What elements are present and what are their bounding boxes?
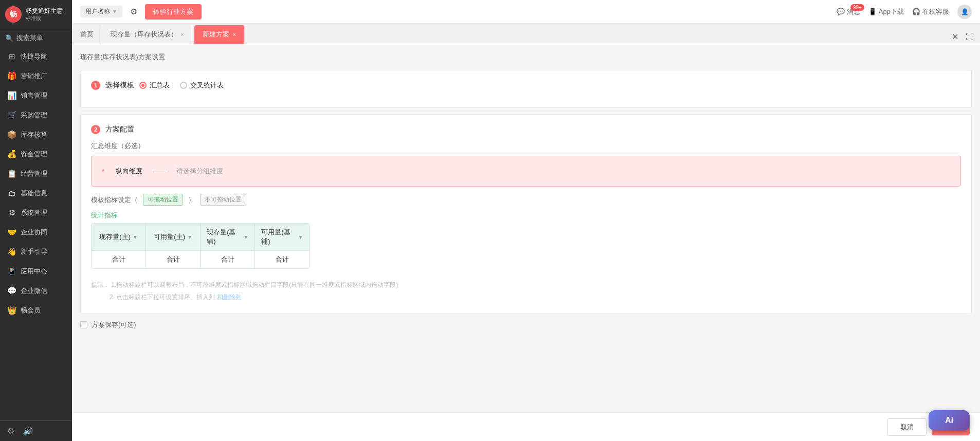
cancel-button[interactable]: 取消 <box>887 418 927 436</box>
stats-col3-header[interactable]: 现存量(基辅) ▼ <box>201 224 255 250</box>
sidebar-item-basic-label: 基础信息 <box>21 189 47 198</box>
trial-btn[interactable]: 体验行业方案 <box>145 4 202 20</box>
service-icon: 🎧 <box>912 8 920 15</box>
system-icon: ⚙ <box>7 208 16 217</box>
radio-cross-label: 交叉统计表 <box>190 81 224 90</box>
section1-num: 1 <box>91 81 100 90</box>
tab-expand-icon[interactable]: ⛶ <box>964 30 976 44</box>
sidebar-item-quick-nav[interactable]: ⊞ 快捷导航 <box>0 47 72 66</box>
user-dropdown-icon: ▼ <box>112 9 117 14</box>
sidebar-item-app-center-label: 应用中心 <box>21 267 47 276</box>
radio-summary[interactable]: 汇总表 <box>139 81 170 90</box>
stats-col4-body: 合计 <box>255 251 309 268</box>
sidebar-logo: 畅 畅捷通好生意 标准版 <box>0 0 72 29</box>
topbar-online-service[interactable]: 🎧 在线客服 <box>912 7 949 16</box>
stats-body-row: 合计 合计 合计 合计 <box>92 250 309 268</box>
stats-col4-header[interactable]: 可用量(基辅) ▼ <box>255 224 309 250</box>
member-icon: 👑 <box>7 306 16 315</box>
settings-icon[interactable]: ⚙ <box>7 426 14 436</box>
radio-cross[interactable]: 交叉统计表 <box>180 81 224 90</box>
topbar-gear-button[interactable]: ⚙ <box>126 5 141 19</box>
section1-header: 1 选择模板 汇总表 交叉统计表 <box>91 81 961 90</box>
tab-inventory-status-close[interactable]: × <box>180 31 184 38</box>
sidebar-item-marketing[interactable]: 🎁 营销推广 <box>0 66 72 86</box>
topbar-app-download[interactable]: 📱 App下载 <box>868 7 904 16</box>
stats-col4-label: 可用量(基辅) <box>261 228 296 246</box>
section2-num: 2 <box>91 125 100 134</box>
tab-home[interactable]: 首页 <box>72 25 102 44</box>
finance-icon: 💰 <box>7 150 16 159</box>
sidebar-item-member-label: 畅会员 <box>21 306 41 315</box>
sidebar-item-business[interactable]: 📋 经营管理 <box>0 164 72 183</box>
sidebar-search[interactable]: 🔍 搜索菜单 <box>0 29 72 47</box>
tab-inventory-status-label: 现存量（库存状况表） <box>111 30 177 39</box>
sidebar-item-sales-label: 销售管理 <box>21 91 47 100</box>
tips-item1: 提示： 1.拖动标题栏可以调整布局，不可跨维度或指标区域拖动栏目字段(只能在同一… <box>91 279 961 291</box>
sidebar-item-system[interactable]: ⚙ 系统管理 <box>0 203 72 223</box>
sidebar: 畅 畅捷通好生意 标准版 🔍 搜索菜单 ⊞ 快捷导航 🎁 营销推广 📊 销售管理… <box>0 0 72 441</box>
section2-label: 方案配置 <box>105 125 134 134</box>
stats-col2-header[interactable]: 可用量(主) ▼ <box>146 224 201 250</box>
stats-col2-label: 可用量(主) <box>154 232 185 242</box>
dim-required-mark: * <box>102 168 104 175</box>
tab-home-label: 首页 <box>80 30 94 39</box>
stats-col1-header[interactable]: 现存量(主) ▼ <box>92 224 146 250</box>
tag-fixed: 不可拖动位置 <box>200 194 246 206</box>
tab-new-scheme[interactable]: 新建方案 × <box>194 25 244 44</box>
indicator-label-text: 模板指标设定（ <box>91 195 138 205</box>
sidebar-item-wechat[interactable]: 💬 企业微信 <box>0 281 72 301</box>
sidebar-item-cooperation[interactable]: 🤝 企业协同 <box>0 223 72 242</box>
dimension-box[interactable]: * 纵向维度 —— 请选择分组维度 <box>91 156 961 187</box>
sidebar-item-basic[interactable]: 🗂 基础信息 <box>0 183 72 203</box>
sidebar-item-app-center[interactable]: 📱 应用中心 <box>0 262 72 281</box>
newbie-icon: 👋 <box>7 247 16 256</box>
save-option-label: 方案保存(可选) <box>92 320 136 329</box>
user-avatar[interactable]: 👤 <box>957 5 972 19</box>
sidebar-item-inventory[interactable]: 📦 库存核算 <box>0 125 72 144</box>
stats-col3-label: 现存量(基辅) <box>207 228 241 246</box>
tips-item2-prefix: 2. 点击标题栏下拉可设置排序、插入列 <box>91 293 215 301</box>
stats-col4-chevron: ▼ <box>298 234 303 240</box>
app-logo-icon: 畅 <box>5 6 22 23</box>
tab-new-scheme-close[interactable]: × <box>232 31 235 38</box>
sidebar-scroll: ⊞ 快捷导航 🎁 营销推广 📊 销售管理 🛒 采购管理 📦 库存核算 💰 资金管… <box>0 47 72 420</box>
sidebar-item-system-label: 系统管理 <box>21 208 47 217</box>
stats-col1-body: 合计 <box>92 251 146 268</box>
section1-label: 选择模板 <box>105 81 134 90</box>
dim-dash: —— <box>153 168 166 175</box>
stats-col3-chevron: ▼ <box>243 234 248 240</box>
app-name: 畅捷通好生意 <box>26 7 63 15</box>
sidebar-item-purchase[interactable]: 🛒 采购管理 <box>0 105 72 125</box>
ai-float-button[interactable]: Ai <box>929 410 970 431</box>
sidebar-search-label: 搜索菜单 <box>16 33 43 43</box>
tips-title: 提示： <box>91 281 110 288</box>
tabbar: 首页 现存量（库存状况表） × 新建方案 × ✕ ⛶ <box>72 24 980 44</box>
save-option: 方案保存(可选) <box>80 320 972 329</box>
app-name-block: 畅捷通好生意 标准版 <box>26 7 63 23</box>
radio-summary-circle <box>139 82 147 89</box>
avatar-placeholder: 👤 <box>961 8 969 15</box>
sales-icon: 📊 <box>7 91 16 100</box>
inventory-icon: 📦 <box>7 130 16 139</box>
save-checkbox[interactable] <box>80 321 87 328</box>
tab-close-icon[interactable]: ✕ <box>950 30 960 44</box>
bottom-bar: 取消 查询 <box>72 412 980 441</box>
sidebar-item-inventory-label: 库存核算 <box>21 130 47 139</box>
tab-inventory-status[interactable]: 现存量（库存状况表） × <box>102 25 192 44</box>
sidebar-item-newbie[interactable]: 👋 新手引导 <box>0 242 72 262</box>
purchase-icon: 🛒 <box>7 111 16 120</box>
section2-card: 2 方案配置 汇总维度（必选） * 纵向维度 —— 请选择分组维度 模板指标设定… <box>80 114 972 314</box>
topbar-user[interactable]: 用户名称 ▼ <box>80 6 122 17</box>
sidebar-item-finance[interactable]: 💰 资金管理 <box>0 144 72 164</box>
sidebar-item-sales[interactable]: 📊 销售管理 <box>0 86 72 105</box>
stats-section-label: 统计指标 <box>91 211 961 220</box>
tips-item2-link: 和删除列 <box>217 293 242 301</box>
topbar-message[interactable]: 💬 消息 99+ <box>837 7 860 16</box>
sidebar-item-newbie-label: 新手引导 <box>21 247 47 256</box>
message-icon: 💬 <box>837 8 845 15</box>
sound-icon[interactable]: 🔊 <box>23 426 33 436</box>
sidebar-item-member[interactable]: 👑 畅会员 <box>0 301 72 320</box>
app-icon: 📱 <box>868 8 877 15</box>
stats-table: 现存量(主) ▼ 可用量(主) ▼ 现存量(基辅) ▼ 可用量(基辅) <box>91 223 310 269</box>
tabbar-right-controls: ✕ ⛶ <box>950 30 980 44</box>
